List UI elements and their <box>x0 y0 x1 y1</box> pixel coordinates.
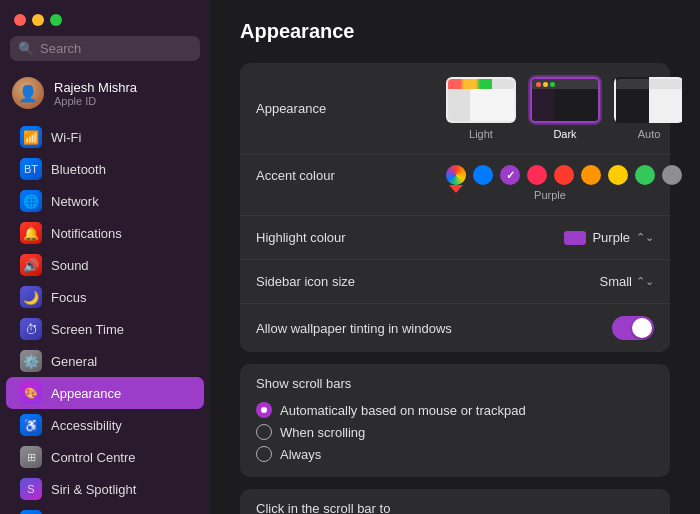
highlight-row: Highlight colour Purple ⌃⌄ <box>240 216 670 260</box>
sidebar-label-siri: Siri & Spotlight <box>51 482 136 497</box>
close-button[interactable] <box>14 14 26 26</box>
bluetooth-icon: BT <box>20 158 42 180</box>
sidebar-label-notifications: Notifications <box>51 226 122 241</box>
sidebar-item-screen-time[interactable]: ⏱ Screen Time <box>6 313 204 345</box>
maximize-button[interactable] <box>50 14 62 26</box>
network-icon: 🌐 <box>20 190 42 212</box>
sidebar-label-accessibility: Accessibility <box>51 418 122 433</box>
accent-multicolor[interactable] <box>446 165 466 185</box>
focus-icon: 🌙 <box>20 286 42 308</box>
control-centre-icon: ⊞ <box>20 446 42 468</box>
sidebar-label-control-centre: Control Centre <box>51 450 136 465</box>
search-placeholder: Search <box>40 41 81 56</box>
sidebar-icon-value-wrapper[interactable]: Small ⌃⌄ <box>599 274 654 289</box>
sidebar-icon-row: Sidebar icon size Small ⌃⌄ <box>240 260 670 304</box>
wifi-icon: 📶 <box>20 126 42 148</box>
appearance-dark-label: Dark <box>553 128 576 140</box>
main-content: Appearance Appearance Light <box>210 0 700 514</box>
screen-time-icon: ⏱ <box>20 318 42 340</box>
sidebar-item-network[interactable]: 🌐 Network <box>6 185 204 217</box>
accent-purple[interactable] <box>500 165 520 185</box>
sidebar-item-accessibility[interactable]: ♿ Accessibility <box>6 409 204 441</box>
accent-orange[interactable] <box>581 165 601 185</box>
user-subtitle: Apple ID <box>54 95 137 107</box>
sidebar-item-control-centre[interactable]: ⊞ Control Centre <box>6 441 204 473</box>
appearance-auto-option[interactable]: Auto <box>614 77 684 140</box>
sidebar-item-siri[interactable]: S Siri & Spotlight <box>6 473 204 505</box>
appearance-light-thumb <box>446 77 516 123</box>
search-bar[interactable]: 🔍 Search <box>10 36 200 61</box>
toggle-knob <box>632 318 652 338</box>
sidebar-label-wifi: Wi-Fi <box>51 130 81 145</box>
scroll-radio-always <box>256 446 272 462</box>
sidebar-item-general[interactable]: ⚙️ General <box>6 345 204 377</box>
sidebar-label-bluetooth: Bluetooth <box>51 162 106 177</box>
appearance-auto-thumb <box>614 77 684 123</box>
sidebar-label-screen-time: Screen Time <box>51 322 124 337</box>
sidebar-label-focus: Focus <box>51 290 86 305</box>
accent-pink[interactable] <box>527 165 547 185</box>
highlight-chevron: ⌃⌄ <box>636 231 654 244</box>
sidebar-label-appearance: Appearance <box>51 386 121 401</box>
sidebar-item-sound[interactable]: 🔊 Sound <box>6 249 204 281</box>
sidebar-label-sound: Sound <box>51 258 89 273</box>
highlight-label: Highlight colour <box>256 230 446 245</box>
accent-graphite[interactable] <box>662 165 682 185</box>
sidebar-icon-value: Small <box>599 274 632 289</box>
accessibility-icon: ♿ <box>20 414 42 436</box>
sidebar-item-focus[interactable]: 🌙 Focus <box>6 281 204 313</box>
sidebar-items: 📶 Wi-Fi BT Bluetooth 🌐 Network 🔔 Notific… <box>0 119 210 514</box>
sidebar-item-privacy[interactable]: 🔒 Privacy & Security <box>6 505 204 514</box>
privacy-icon: 🔒 <box>20 510 42 514</box>
sidebar: 🔍 Search 👤 Rajesh Mishra Apple ID 📶 Wi-F… <box>0 0 210 514</box>
sidebar-icon-label: Sidebar icon size <box>256 274 446 289</box>
accent-red[interactable] <box>554 165 574 185</box>
accent-colors <box>446 165 682 185</box>
scroll-option-always[interactable]: Always <box>256 443 654 465</box>
notifications-icon: 🔔 <box>20 222 42 244</box>
sound-icon: 🔊 <box>20 254 42 276</box>
sidebar-item-wifi[interactable]: 📶 Wi-Fi <box>6 121 204 153</box>
sidebar-item-appearance[interactable]: 🎨 Appearance <box>6 377 204 409</box>
scroll-radio-scrolling <box>256 424 272 440</box>
wallpaper-label: Allow wallpaper tinting in windows <box>256 321 452 336</box>
sidebar-item-bluetooth[interactable]: BT Bluetooth <box>6 153 204 185</box>
accent-label: Accent colour <box>256 168 446 183</box>
sidebar-label-network: Network <box>51 194 99 209</box>
avatar: 👤 <box>12 77 44 109</box>
accent-blue[interactable] <box>473 165 493 185</box>
appearance-dark-option[interactable]: Dark <box>530 77 600 140</box>
scroll-option-auto[interactable]: Automatically based on mouse or trackpad <box>256 399 654 421</box>
accent-selected-name: Purple <box>446 189 654 201</box>
minimize-button[interactable] <box>32 14 44 26</box>
sidebar-item-notifications[interactable]: 🔔 Notifications <box>6 217 204 249</box>
scroll-bars-label: Show scroll bars <box>256 376 654 391</box>
appearance-options: Light Dark <box>446 77 684 140</box>
scroll-option-scrolling[interactable]: When scrolling <box>256 421 654 443</box>
scroll-radio-auto <box>256 402 272 418</box>
appearance-section: Appearance Light <box>240 63 670 352</box>
appearance-dark-thumb <box>530 77 600 123</box>
accent-multicolor-wrapper <box>446 165 466 185</box>
click-scroll-section: Click in the scroll bar to Jump to the n… <box>240 489 670 514</box>
click-scroll-label: Click in the scroll bar to <box>256 501 654 514</box>
page-title: Appearance <box>240 20 670 43</box>
appearance-icon: 🎨 <box>20 382 42 404</box>
user-name: Rajesh Mishra <box>54 80 137 95</box>
appearance-light-option[interactable]: Light <box>446 77 516 140</box>
user-profile[interactable]: 👤 Rajesh Mishra Apple ID <box>0 71 210 119</box>
accent-yellow[interactable] <box>608 165 628 185</box>
search-icon: 🔍 <box>18 41 34 56</box>
wallpaper-row: Allow wallpaper tinting in windows <box>240 304 670 352</box>
accent-arrow <box>449 185 463 193</box>
scroll-label-auto: Automatically based on mouse or trackpad <box>280 403 526 418</box>
user-info: Rajesh Mishra Apple ID <box>54 80 137 107</box>
traffic-lights <box>0 0 210 36</box>
accent-row: Accent colour <box>240 155 670 216</box>
sidebar-icon-chevron: ⌃⌄ <box>636 275 654 288</box>
appearance-row: Appearance Light <box>240 63 670 155</box>
accent-green[interactable] <box>635 165 655 185</box>
appearance-light-label: Light <box>469 128 493 140</box>
wallpaper-toggle[interactable] <box>612 316 654 340</box>
highlight-value[interactable]: Purple ⌃⌄ <box>564 230 654 245</box>
